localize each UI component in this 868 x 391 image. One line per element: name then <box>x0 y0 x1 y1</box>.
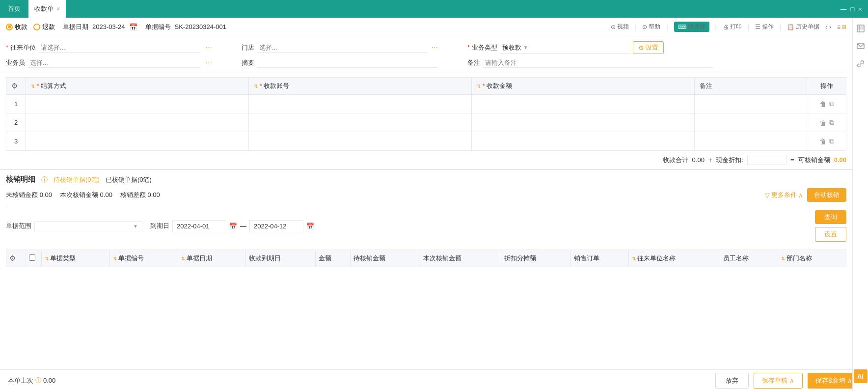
print-btn[interactable]: 🖨 打印 <box>723 23 742 31</box>
row1-account[interactable] <box>249 95 472 113</box>
diff-stat: 核销差额 0.00 <box>120 191 160 199</box>
th2-date: ⇅ 单据日期 <box>178 250 246 267</box>
staff-input[interactable] <box>28 58 201 68</box>
save-new-arrow-icon: ∧ <box>847 377 852 384</box>
shop-more-icon[interactable]: ··· <box>432 43 438 52</box>
row2-account[interactable] <box>249 113 472 132</box>
bottom-info-icon[interactable]: ⓘ <box>35 376 41 385</box>
th2-amount: 金额 <box>316 250 351 267</box>
row3-delete-icon[interactable]: 🗑 <box>819 138 826 145</box>
table-gear-icon[interactable]: ⚙ <box>11 82 18 90</box>
panel-table-icon[interactable] <box>854 22 868 35</box>
th-settings[interactable]: ⚙ <box>6 78 26 95</box>
shop-input[interactable] <box>257 43 427 53</box>
summary-label: 摘要 <box>242 58 254 67</box>
table-row: 1 🗑 ⧉ <box>6 95 846 113</box>
row1-amount[interactable] <box>472 95 695 113</box>
divider4: | <box>748 24 749 30</box>
row1-copy-icon[interactable]: ⧉ <box>829 100 834 108</box>
radio-refund-dot <box>33 24 40 30</box>
layout-grid-icon[interactable]: ⊞ <box>841 24 846 30</box>
th2-sales: 销售订单 <box>570 250 628 267</box>
discount-input[interactable] <box>747 155 787 165</box>
history-btn[interactable]: 📋 历史单据 <box>787 23 819 31</box>
filter-setup-btn[interactable]: 设置 <box>815 227 846 242</box>
row2-delete-icon[interactable]: 🗑 <box>819 119 826 127</box>
more-conditions-btn[interactable]: ▽ 更多条件 ∧ <box>765 191 803 199</box>
help-btn[interactable]: ⊙ 帮助 <box>642 23 660 31</box>
radio-receive[interactable]: 收款 <box>6 23 27 31</box>
due-date-end-input[interactable] <box>249 220 303 232</box>
verification-section: 核销明细 ⓘ 待核销单据(0笔) 已核销单据(0笔) 未核销金额 0.00 本次… <box>0 170 852 246</box>
row2-amount[interactable] <box>472 113 695 132</box>
row3-settlement[interactable] <box>26 132 249 151</box>
plus-sign: + <box>708 156 712 164</box>
due-date-start-input[interactable] <box>172 220 226 232</box>
window-controls: — □ × <box>841 5 868 13</box>
section-info-icon[interactable]: ⓘ <box>41 175 48 184</box>
settings-button[interactable]: ⚙ 设置 <box>633 41 664 54</box>
staff-more-icon[interactable]: ··· <box>206 58 212 67</box>
range-label: 单据范围 <box>6 222 31 230</box>
table2-gear-icon[interactable]: ⚙ <box>9 254 16 262</box>
save-draft-button[interactable]: 保存草稿 ∧ <box>754 373 803 389</box>
toolbar: 收款 退款 单据日期 2023-03-24 📅 单据编号 SK-20230324… <box>0 18 852 36</box>
radio-refund-label: 退款 <box>42 23 55 31</box>
row1-settlement[interactable] <box>26 95 249 113</box>
maximize-icon[interactable]: □ <box>851 5 855 13</box>
row2-copy-icon[interactable]: ⧉ <box>829 118 834 127</box>
counterparty-more-icon[interactable]: ··· <box>206 43 212 52</box>
total-value: 0.00 <box>692 156 705 164</box>
tab-home[interactable]: 首页 <box>0 0 28 18</box>
th2-type: ⇅ 单据类型 <box>42 250 110 267</box>
panel-link-icon[interactable] <box>854 57 868 71</box>
close-window-icon[interactable]: × <box>858 5 862 13</box>
counterparty-input[interactable] <box>39 43 201 53</box>
th2-pending: 待核销金额 <box>350 250 420 267</box>
start-calendar-icon[interactable]: 📅 <box>229 223 237 230</box>
operation-btn[interactable]: ☰ 操作 <box>755 23 774 31</box>
summary-input[interactable] <box>257 58 438 68</box>
done-tab[interactable]: 已核销单据(0笔) <box>106 175 152 184</box>
query-button[interactable]: 查询 <box>815 210 846 224</box>
minimize-icon[interactable]: — <box>841 5 847 13</box>
auto-verify-btn[interactable]: 自动核销 <box>807 188 846 202</box>
tab-active[interactable]: 收款单 × <box>28 0 66 18</box>
radio-refund[interactable]: 退款 <box>33 23 55 31</box>
th2-gear[interactable]: ⚙ <box>6 250 26 267</box>
date-range-dash: — <box>240 223 246 230</box>
row1-delete-icon[interactable]: 🗑 <box>819 100 826 108</box>
row3-copy-icon[interactable]: ⧉ <box>829 137 834 145</box>
biz-type-select[interactable]: 预收款 ▼ <box>500 42 630 54</box>
row2-settlement[interactable] <box>26 113 249 132</box>
table-row: 2 🗑 ⧉ <box>6 113 846 132</box>
panel-email-icon[interactable] <box>854 39 868 53</box>
remarks-input[interactable] <box>483 58 713 68</box>
table-header: ⚙ ⇅ * 结算方式 ⇅ * 收款账号 ⇅ * 收款 <box>6 78 846 95</box>
layout-list-icon[interactable]: ≡ <box>837 24 841 30</box>
video-btn[interactable]: ⊙ 视频 <box>611 23 629 31</box>
tab-close-icon[interactable]: × <box>56 0 60 18</box>
row3-remarks[interactable] <box>695 132 807 151</box>
row1-remarks[interactable] <box>695 95 807 113</box>
nav-left-icon[interactable]: ‹ <box>825 24 827 30</box>
abandon-button[interactable]: 放弃 <box>715 373 749 389</box>
date-label: 单据日期 <box>63 23 88 31</box>
row3-amount[interactable] <box>472 132 695 151</box>
divider2: | <box>666 24 668 30</box>
th-remarks: 备注 <box>695 78 807 95</box>
row2-remarks[interactable] <box>695 113 807 132</box>
nav-right-icon[interactable]: › <box>829 24 831 30</box>
pending-tab[interactable]: 待核销单据(0笔) <box>54 175 100 184</box>
calendar-icon[interactable]: 📅 <box>129 23 137 31</box>
equals-sign: = <box>790 156 794 164</box>
tab-bar: 首页 收款单 × — □ × <box>0 0 868 18</box>
select-all-checkbox[interactable] <box>29 254 35 261</box>
shortcut-btn[interactable]: ⌨ 快捷键 <box>674 22 709 32</box>
range-select[interactable]: ▼ <box>34 221 142 231</box>
panel-ai-icon[interactable]: Ai <box>854 369 868 383</box>
end-calendar-icon[interactable]: 📅 <box>306 223 314 230</box>
meta-date: 单据日期 2023-03-24 📅 <box>63 23 137 31</box>
th2-checkbox[interactable] <box>26 250 42 267</box>
row3-account[interactable] <box>249 132 472 151</box>
